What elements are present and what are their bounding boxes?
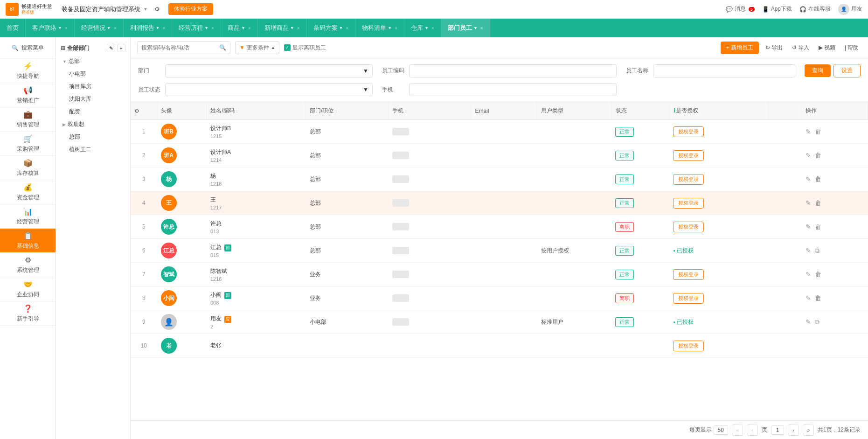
delete-icon[interactable]: 🗑	[815, 294, 821, 302]
search-input-wrap[interactable]: 🔍	[137, 41, 230, 54]
tab-close-icon[interactable]: ×	[297, 26, 300, 31]
online-service-item[interactable]: 🎧 在线客服	[799, 5, 831, 13]
tab-close-icon[interactable]: ×	[248, 26, 251, 31]
delete-icon[interactable]: 🗑	[815, 152, 821, 159]
current-page-input[interactable]: 1	[771, 425, 784, 435]
emp-code-filter-input[interactable]	[409, 64, 617, 77]
edit-icon[interactable]: ✎	[806, 271, 811, 278]
search-icon[interactable]: 🔍	[219, 44, 226, 51]
auth-login-button[interactable]: 授权登录	[673, 126, 704, 137]
edit-icon[interactable]: ✎	[806, 128, 811, 135]
edit-icon[interactable]: ✎	[806, 152, 811, 159]
tab-department[interactable]: 部门员工 ▼ ×	[441, 19, 490, 37]
emp-name-filter-input[interactable]	[653, 64, 795, 77]
dept-collapse-icon[interactable]: «	[117, 44, 125, 52]
per-page-value[interactable]: 50	[714, 425, 728, 435]
th-phone[interactable]: 手机	[389, 102, 471, 120]
dept-node-head[interactable]: ▼ 总部	[56, 55, 130, 68]
sidebar-item-quicknav[interactable]: ⚡ 快捷导航	[0, 59, 56, 83]
th-dept-position[interactable]: 部门/职位	[306, 102, 389, 120]
tab-close-icon[interactable]: ×	[431, 26, 434, 31]
view-button[interactable]: ▶ 视频	[816, 44, 838, 52]
tab-barcode[interactable]: 条码方案 ▼ ×	[307, 19, 356, 37]
prev-page-button[interactable]: ‹	[747, 425, 758, 436]
sidebar-item-operations[interactable]: 📊 经营管理	[0, 204, 56, 229]
edit-icon[interactable]: ✎	[806, 318, 811, 326]
dept-node-project[interactable]: 项目库房	[56, 80, 130, 93]
tab-warehouse[interactable]: 仓库 ▼ ×	[404, 19, 441, 37]
sidebar-item-sales[interactable]: 💼 销售管理	[0, 107, 56, 132]
tab-goods[interactable]: 商品 ▼ ×	[221, 19, 258, 37]
query-button[interactable]: 查询	[805, 64, 831, 77]
tab-bom[interactable]: 物料清单 ▼ ×	[355, 19, 404, 37]
th-name-code[interactable]: 姓名/编码	[207, 102, 306, 120]
tab-close-icon[interactable]: ×	[346, 26, 349, 31]
copy-icon[interactable]: ⧉	[815, 318, 819, 326]
delete-icon[interactable]: 🗑	[815, 223, 821, 230]
delete-icon[interactable]: 🗑	[815, 128, 821, 135]
delete-icon[interactable]: 🗑	[815, 199, 821, 207]
dept-edit-icon[interactable]: ✎	[107, 44, 115, 52]
message-item[interactable]: 💬 消息 5	[726, 5, 755, 13]
tab-close-icon[interactable]: ×	[162, 26, 165, 31]
edit-icon[interactable]: ✎	[806, 247, 811, 254]
th-settings[interactable]: ⚙	[131, 102, 157, 120]
auth-login-button[interactable]: 授权登录	[673, 150, 704, 161]
auth-login-button[interactable]: 授权登录	[673, 341, 704, 351]
dropdown-arrow-icon[interactable]: ▼	[143, 7, 148, 12]
auth-login-button[interactable]: 授权登录	[673, 174, 704, 185]
auth-login-button[interactable]: 授权登录	[673, 293, 704, 304]
import-button[interactable]: ↺ 导入	[789, 44, 812, 52]
filter-more-button[interactable]: ▼ 更多条件 ▲	[235, 41, 279, 54]
tab-customer[interactable]: 客户联络 ▼ ×	[26, 19, 75, 37]
dept-filter-select[interactable]: ▼	[165, 64, 373, 77]
emp-status-filter-select[interactable]: ▼	[165, 83, 373, 96]
sidebar-item-collab[interactable]: 🤝 企业协同	[0, 277, 56, 301]
dept-node-zhishu[interactable]: 植树王二	[56, 143, 130, 156]
edit-icon[interactable]: ✎	[806, 294, 811, 302]
next-page-button[interactable]: ›	[788, 425, 799, 436]
edit-icon[interactable]: ✎	[806, 199, 811, 207]
tab-home[interactable]: 首页	[0, 19, 26, 37]
dept-node-shenyang[interactable]: 沈阳大库	[56, 93, 130, 105]
auth-login-button[interactable]: 授权登录	[673, 269, 704, 280]
copy-icon[interactable]: ⧉	[815, 247, 819, 255]
show-resign-toggle[interactable]: ✓ 显示离职员工	[284, 44, 326, 52]
help-button[interactable]: | 帮助	[842, 44, 861, 52]
sidebar-item-finance[interactable]: 💰 资金管理	[0, 180, 56, 204]
dept-node-zongbu[interactable]: 总部	[56, 131, 130, 143]
first-page-button[interactable]: «	[732, 425, 743, 436]
add-employee-button[interactable]: + 新增员工	[721, 42, 759, 54]
delete-icon[interactable]: 🗑	[815, 175, 821, 183]
tab-close-icon[interactable]: ×	[395, 26, 397, 31]
last-page-button[interactable]: »	[803, 425, 814, 436]
auth-login-button[interactable]: 授权登录	[673, 198, 704, 209]
setting-button[interactable]: 设置	[833, 64, 861, 77]
tab-close-icon[interactable]: ×	[65, 26, 68, 31]
sidebar-item-guide[interactable]: ❓ 新手引导	[0, 301, 56, 326]
phone-filter-input[interactable]	[409, 83, 617, 96]
tab-new-goods[interactable]: 新增商品 ▼ ×	[258, 19, 307, 37]
sidebar-item-marketing[interactable]: 📢 营销推广	[0, 83, 56, 107]
dept-node-xiaodian[interactable]: 小电部	[56, 68, 130, 80]
sidebar-item-system[interactable]: ⚙ 系统管理	[0, 253, 56, 277]
sidebar-item-inventory[interactable]: 📦 库存核算	[0, 156, 56, 180]
tab-close-icon[interactable]: ×	[114, 26, 117, 31]
export-button[interactable]: ↻ 导出	[763, 44, 785, 52]
dept-node-shuanglu[interactable]: ▶ 双鹿想	[56, 118, 130, 131]
edit-icon[interactable]: ✎	[806, 223, 811, 230]
app-download-item[interactable]: 📱 App下载	[762, 5, 792, 13]
edit-icon[interactable]: ✎	[806, 175, 811, 183]
sidebar-item-search[interactable]: 🔍 搜索菜单	[0, 37, 56, 59]
dept-node-distribution[interactable]: 配货	[56, 105, 130, 118]
auth-login-button[interactable]: 授权登录	[673, 222, 704, 232]
sidebar-item-basic[interactable]: 📋 基础信息	[0, 229, 56, 253]
tab-close-icon[interactable]: ×	[480, 26, 483, 31]
delete-icon[interactable]: 🗑	[815, 271, 821, 278]
sidebar-item-purchase[interactable]: 🛒 采购管理	[0, 132, 56, 156]
tab-operation[interactable]: 经营情况 ▼ ×	[75, 19, 124, 37]
user-item[interactable]: 👤 用友	[838, 4, 862, 15]
search-input[interactable]	[141, 44, 219, 51]
tab-profit[interactable]: 利润报告 ▼ ×	[124, 19, 173, 37]
settings-icon[interactable]: ⚙	[154, 6, 160, 13]
